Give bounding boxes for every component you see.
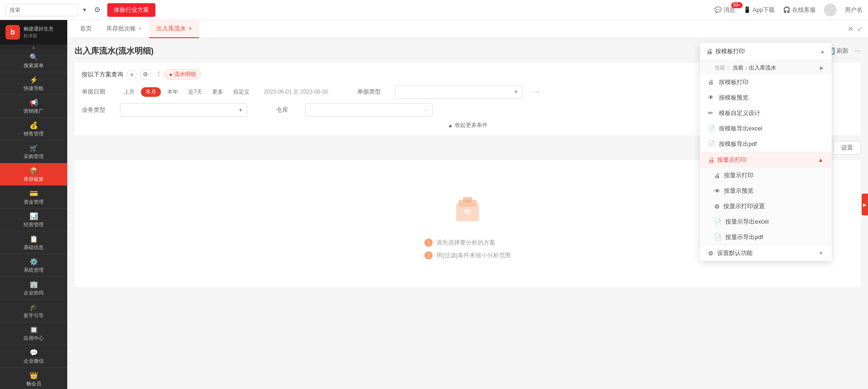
sidebar-item-system[interactable]: ⚙️ 系统管理 (0, 254, 67, 277)
doc-type-select[interactable]: ▼ (395, 85, 523, 99)
sidebar-label: 快捷导航 (24, 85, 44, 92)
sidebar-item-enterprise[interactable]: 🏢 企业协同 (0, 277, 67, 299)
current-value: 当前：出入库流水 (733, 64, 820, 72)
svg-rect-4 (464, 209, 471, 214)
template-excel-item[interactable]: 📄 按模板导出excel (700, 121, 832, 136)
search-icon: 🔍 (30, 53, 38, 61)
sidebar-item-marketing[interactable]: 📢 营销推广 (0, 95, 67, 118)
page-title: 出入库流水(流水明细) (75, 45, 154, 56)
step2-num: 2 (424, 251, 433, 259)
sidebar-item-guide[interactable]: 🎓 新手引导 (0, 299, 67, 322)
display-settings-item[interactable]: ⚙ 按显示打印设置 (700, 199, 832, 214)
system-icon: ⚙️ (30, 258, 38, 266)
sidebar-item-purchase[interactable]: 🛒 采购管理 (0, 140, 67, 163)
template-pdf-icon: 📄 (708, 140, 715, 148)
user-name: 用户名 (845, 6, 863, 14)
sidebar-label: 采购管理 (24, 153, 44, 160)
date-tab-current-year[interactable]: 本年 (164, 87, 182, 97)
sidebar-item-search[interactable]: 🔍 搜索菜单 (0, 50, 67, 72)
set-default-icon: ⚙ (708, 250, 713, 257)
sidebar-label: 企业协同 (24, 289, 44, 296)
tab-controls: ✕ ⤢ (848, 25, 863, 33)
sidebar-item-basic-info[interactable]: 📋 基础信息 (0, 231, 67, 254)
tab-flow[interactable]: 出入库流水 × (149, 20, 199, 38)
warehouse-select[interactable]: ··· (305, 103, 433, 117)
empty-step-1: 1 请先选择要分析的方案 (424, 239, 510, 247)
date-tab-current-month[interactable]: 本月 (141, 87, 161, 97)
sidebar-item-quick-nav[interactable]: ⚡ 快捷导航 (0, 72, 67, 95)
tab-expand-icon[interactable]: ⤢ (857, 25, 863, 33)
search-input[interactable] (5, 4, 78, 16)
panel-header: 🖨 按模板打印 ▲ (700, 43, 832, 60)
display-section-header[interactable]: 🖨 按显示打印 ▲ (700, 152, 832, 168)
sidebar-item-operations[interactable]: 📊 经营管理 (0, 209, 67, 231)
tab-close-flow[interactable]: × (189, 25, 192, 32)
tab-close-batch[interactable]: × (139, 25, 142, 32)
finance-icon: 💳 (30, 190, 38, 198)
user-avatar[interactable] (824, 4, 837, 16)
online-service-btn[interactable]: 🎧 在线客服 (783, 6, 816, 14)
sidebar-item-inventory[interactable]: 📦 库存核算 (0, 163, 67, 186)
template-preview-item[interactable]: 👁 按模板预览 (700, 90, 832, 105)
date-tab-last-month[interactable]: 上月 (120, 87, 138, 97)
right-edge-btn[interactable]: ▶ (862, 194, 868, 215)
empty-steps: 1 请先选择要分析的方案 2 用[过滤]条件来缩小分析范围 (424, 239, 510, 259)
more-options-icon[interactable]: ··· (855, 47, 861, 55)
set-default-arrow-icon: ▼ (818, 250, 823, 256)
filter-tag[interactable]: ● 流水明细 (164, 69, 201, 80)
sidebar-item-finance[interactable]: 💳 资金管理 (0, 186, 67, 209)
display-excel-item[interactable]: 📄 按显示导出excel (700, 214, 832, 229)
sidebar-item-sales[interactable]: 💰 销售管理 (0, 118, 67, 140)
sidebar-label: 应用中心 (24, 335, 44, 342)
filter-settings-btn[interactable]: ⚙ (140, 70, 150, 80)
current-template-item[interactable]: 当前： 当前：出入库流水 ▶ (700, 60, 832, 75)
sidebar-item-members[interactable]: 👑 畅会员 (0, 368, 67, 389)
tab-batch-account[interactable]: 库存批次账 × (99, 20, 149, 38)
app-download-btn[interactable]: 📱 App下载 (743, 6, 775, 14)
date-tab-custom[interactable]: 自定义 (229, 87, 253, 97)
edge-arrow-icon: ▶ (863, 202, 867, 207)
set-default-item[interactable]: ⚙ 设置默认功能 ▼ (700, 245, 832, 261)
sidebar-item-wechat[interactable]: 💬 企业微信 (0, 345, 67, 368)
gear-icon[interactable]: ⚙ (91, 4, 104, 16)
doc-type-more-icon[interactable]: ··· (534, 88, 539, 96)
display-pdf-item[interactable]: 📄 按显示导出pdf (700, 229, 832, 245)
tab-close-all-icon[interactable]: ✕ (848, 25, 853, 33)
enterprise-icon: 🏢 (30, 280, 38, 289)
panel-collapse-icon[interactable]: ▲ (820, 48, 825, 55)
display-excel-icon: 📄 (714, 219, 722, 225)
display-pdf-icon: 📄 (714, 234, 722, 241)
print-dropdown-panel: 🖨 按模板打印 ▲ 当前： 当前：出入库流水 ▶ 🖨 按模板打印 👁 按模板预览 (700, 43, 832, 261)
messages-btn[interactable]: 💬 消息 99+ (714, 6, 735, 14)
sidebar-label: 营销推广 (24, 108, 44, 115)
business-dropdown-icon: ▼ (238, 107, 243, 113)
sales-icon: 💰 (30, 121, 38, 130)
date-range-display: 2023-06-01 至 2023-06-30 (264, 88, 328, 96)
empty-illustration (447, 187, 488, 229)
filter-collapse-icon[interactable]: 《 (154, 70, 160, 79)
tab-home[interactable]: 首页 (73, 20, 99, 38)
industry-btn[interactable]: 体验行业方案 (107, 3, 155, 17)
add-filter-btn[interactable]: + (127, 70, 137, 80)
apps-icon: 🔲 (30, 326, 38, 334)
filter-tag-label: 流水明细 (174, 70, 196, 78)
sidebar-scroll-up[interactable]: ▲ (0, 45, 67, 50)
inventory-icon: 📦 (30, 167, 38, 175)
sidebar-item-apps[interactable]: 🔲 应用中心 (0, 322, 67, 345)
template-pdf-item[interactable]: 📄 按模板导出pdf (700, 136, 832, 152)
headset-icon: 🎧 (783, 6, 790, 13)
date-tab-last7[interactable]: 近7天 (185, 87, 206, 97)
panel-printer-icon: 🖨 (706, 48, 713, 55)
business-type-select[interactable]: ▼ (120, 103, 247, 117)
display-preview-item[interactable]: 👁 按显示预览 (700, 183, 832, 199)
search-dropdown-icon[interactable]: ▼ (82, 7, 87, 13)
current-arrow-icon: ▶ (820, 65, 823, 71)
template-preview-icon: 👁 (708, 94, 715, 101)
setup-btn[interactable]: 设置 (833, 141, 861, 155)
marketing-icon: 📢 (30, 99, 38, 107)
template-custom-item[interactable]: ✏ 模板自定义设计 (700, 105, 832, 121)
template-print-item[interactable]: 🖨 按模板打印 (700, 75, 832, 90)
date-tab-more[interactable]: 更多 (209, 87, 227, 97)
display-section-collapse-icon[interactable]: ▲ (818, 157, 823, 163)
display-print-item[interactable]: 🖨 按显示打印 (700, 168, 832, 183)
